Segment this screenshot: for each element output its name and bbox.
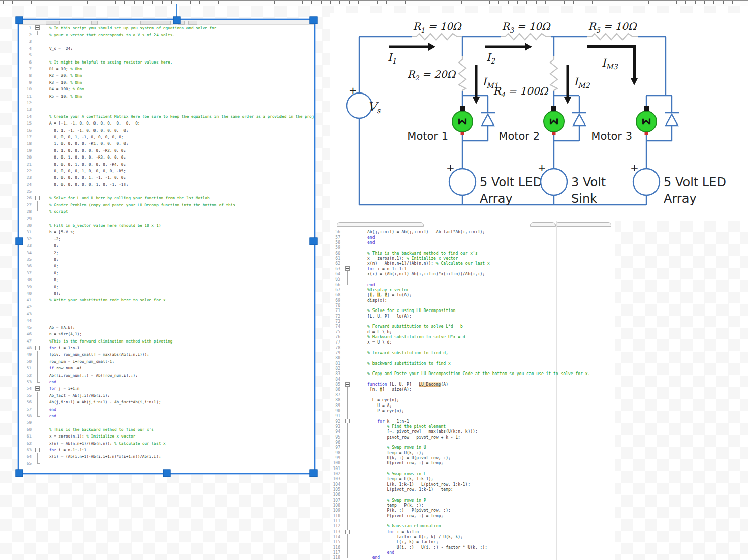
code-fold-toggle[interactable] <box>345 419 350 423</box>
line-number: 98 <box>330 450 340 455</box>
code-fold-hook <box>37 416 40 417</box>
code-line: 4V_s = 24; <box>19 45 314 51</box>
line-number: 113 <box>330 529 340 534</box>
line-number: 50 <box>19 359 32 363</box>
line-number: 15 <box>19 121 32 126</box>
code-text: x(i) = (Ab(i,n+1)-Ab(i,i+1:n)*x(i+1:n))/… <box>367 271 485 276</box>
code-fold-toggle[interactable] <box>345 530 350 534</box>
selection-handle-top-left[interactable] <box>16 17 23 24</box>
line-number: 45 <box>19 325 32 329</box>
line-number: 24 <box>19 182 32 186</box>
code-text: end <box>49 407 56 411</box>
code-line: 61x = zeros(n,1); % Initialize x vector <box>19 432 314 439</box>
selection-handle-mid-left[interactable] <box>16 238 23 245</box>
code-fold-toggle[interactable] <box>35 196 40 200</box>
code-text: x(i) = (Ab(i,n+1)-Ab(i,i+1:n)*x(i+1:n))/… <box>49 454 161 459</box>
line-number: 81 <box>330 361 340 365</box>
selection-handle-bottom-left[interactable] <box>16 470 23 477</box>
motor-1-terminal-bottom <box>461 132 464 135</box>
lu-decomp-code-image[interactable]: 56Ab(j,i:n+1) = Ab(j,i:n+1) - Ab_fact*Ab… <box>330 221 615 560</box>
code-line: 48for i = 1:n-1 <box>19 344 314 351</box>
line-number: 59 <box>330 245 340 250</box>
code-fold-toggle[interactable] <box>35 386 40 391</box>
code-text: % Write your substitution code here to s… <box>49 298 166 302</box>
code-line: 32 -2; <box>19 235 314 242</box>
line-number: 29 <box>19 216 32 221</box>
code-text: for i = n-1:-1:1 <box>367 266 407 271</box>
code-fold-toggle[interactable] <box>35 25 40 30</box>
motor-2-terminal-top <box>551 106 556 111</box>
code-line: 91 <box>330 413 615 418</box>
selection-handle-mid-right[interactable] <box>310 238 318 245</box>
code-text: [~, pivot_row] = max(abs(U(k:n, k))); <box>367 429 478 434</box>
code-text: % Swap rows in P <box>367 497 426 502</box>
document-canvas: 1% In this script you should set up you … <box>0 0 748 560</box>
code-fold-toggle[interactable] <box>35 448 40 452</box>
code-line: 54for j = i+1:n <box>19 385 314 392</box>
line-number: 47 <box>19 338 32 343</box>
code-line: 33 0; <box>19 242 314 249</box>
line-number: 53 <box>19 380 32 384</box>
line-number: 74 <box>330 324 340 329</box>
line-number: 18 <box>19 141 32 146</box>
code-fold-toggle[interactable] <box>345 266 350 271</box>
code-line: 61x = zeros(n,1); % Initialize x vector <box>330 256 615 261</box>
code-text: Ab(j,i:n+1) = Ab(j,i:n+1) - Ab_fact*Ab(i… <box>49 400 161 405</box>
code-line: 55Ab_fact = Ab(j,i)/Ab(i,i); <box>19 392 314 398</box>
code-text: end <box>367 235 375 239</box>
line-number: 65 <box>330 277 340 282</box>
code-text: end <box>367 282 375 287</box>
code-text: x = U \ d; <box>367 340 392 345</box>
selection-handle-top-right[interactable] <box>310 17 318 24</box>
circuit-diagram: + Vs R1 = 10Ω R3 = 10Ω R5 = 10Ω R2 = 20Ω… <box>330 13 748 221</box>
code-text: % Grader Problem (copy and paste your LU… <box>49 202 235 207</box>
code-fold-hook <box>347 558 350 558</box>
line-number: 16 <box>19 128 32 132</box>
selection-handle-bottom-right[interactable] <box>310 470 318 477</box>
circuit-diagram-image[interactable]: + Vs R1 = 10Ω R3 = 10Ω R5 = 10Ω R2 = 20Ω… <box>330 13 748 221</box>
code-line: 59 <box>330 245 615 250</box>
code-fold-extent <box>37 351 38 382</box>
code-line: 82 <box>330 366 615 371</box>
code-text: % Fill in b_vector value here (should be… <box>49 223 161 228</box>
code-line: 9R3 = 10; % Ohm <box>19 79 314 85</box>
code-text: P(k, :) = P(pivot_row, :); <box>367 508 451 513</box>
code-line: 38 0; <box>19 276 314 283</box>
line-number: 64 <box>19 454 32 459</box>
matlab-script-editor: 1% In this script you should set up you … <box>19 20 314 473</box>
selection-handle-top-center[interactable] <box>173 17 181 24</box>
code-text: A = [-1, -1, 0, 0, 0, 0, 0, 0, 0, 0; <box>49 121 140 126</box>
code-text: % Swap rows in U <box>367 445 426 450</box>
selection-handle-bottom-center[interactable] <box>163 470 171 477</box>
code-text: n = size(A,1); <box>49 332 82 336</box>
code-text: U(i, :) = U(i, :) - factor * U(k, :); <box>367 545 487 549</box>
line-number: 57 <box>330 235 340 239</box>
code-text: U(pivot_row, :) = temp; <box>367 461 443 465</box>
line-number: 27 <box>19 202 32 207</box>
line-number: 63 <box>19 447 32 452</box>
line-number: 43 <box>19 312 32 316</box>
code-fold-toggle[interactable] <box>35 346 40 350</box>
line-number: 73 <box>330 319 340 324</box>
code-text: [n, m] = size(A); <box>367 387 412 392</box>
code-fold-hook <box>347 553 350 553</box>
line-number: 7 <box>19 67 32 71</box>
code-fold-toggle[interactable] <box>345 382 350 387</box>
code-line: 13 <box>19 106 314 113</box>
code-line: 36 0; <box>19 263 314 269</box>
code-line: 89 U = A; <box>330 402 615 408</box>
code-line: 42 <box>19 303 314 310</box>
code-line: 46n = size(A,1); <box>19 331 314 337</box>
line-number: 19 <box>19 148 32 152</box>
line-number: 12 <box>19 100 32 105</box>
code-text: end <box>49 413 56 418</box>
code-line: 74% Forward substitution to solve L*d = … <box>330 324 615 329</box>
code-line: 117 end <box>330 550 615 555</box>
vs-plus-sign: + <box>349 84 357 97</box>
code-line: 60% This is the backward method to find … <box>330 250 615 255</box>
code-text: U(k, :) = U(pivot_row, :); <box>367 455 451 460</box>
selected-code-image[interactable]: 1% In this script you should set up you … <box>18 19 315 474</box>
code-line: 68[L, U, P] = lu(A); <box>330 292 615 297</box>
editor-tab-remnant <box>530 222 555 227</box>
code-line: 70 <box>330 303 615 308</box>
